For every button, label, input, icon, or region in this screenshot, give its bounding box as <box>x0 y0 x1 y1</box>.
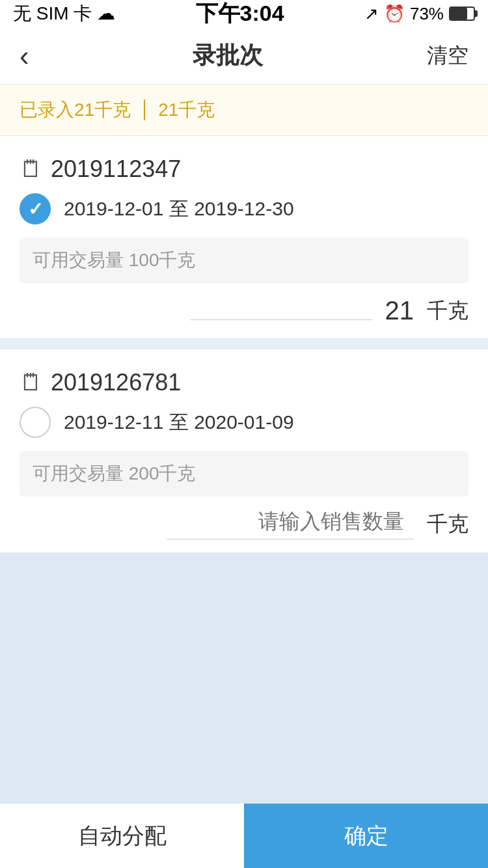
batch-row-2: 2019-12-11 至 2020-01-09 <box>20 407 468 438</box>
battery-label: 73% <box>410 4 444 24</box>
batch-qty-1: 可用交易量 100千克 <box>20 237 468 283</box>
info-banner: 已录入21千克 21千克 <box>0 85 488 136</box>
section-separator <box>0 339 488 349</box>
batch-header-1: 🗒 2019112347 <box>20 156 468 183</box>
qty-input-2[interactable] <box>167 509 414 539</box>
batch-item-2: 🗒 2019126781 2019-12-11 至 2020-01-09 可用交… <box>0 349 488 496</box>
batch-row-1: 2019-12-01 至 2019-12-30 <box>20 193 468 224</box>
amount-underline-1 <box>190 319 372 320</box>
back-button[interactable]: ‹ <box>20 42 29 70</box>
clear-button[interactable]: 清空 <box>427 42 468 70</box>
amount-value-1: 21 <box>385 296 414 325</box>
alarm-icon: ⏰ <box>384 4 405 24</box>
qty-unit-2: 千克 <box>427 510 468 539</box>
status-bar: 无 SIM 卡 ☁ 下午3:04 ↗ ⏰ 73% <box>0 0 488 27</box>
batch-doc-icon-1: 🗒 <box>20 156 43 183</box>
status-right: ↗ ⏰ 73% <box>364 4 475 24</box>
batch-id-1: 2019112347 <box>51 156 181 183</box>
batch-header-2: 🗒 2019126781 <box>20 369 468 396</box>
batch-radio-1[interactable] <box>20 193 51 224</box>
auto-distribute-button[interactable]: 自动分配 <box>0 804 244 868</box>
status-time: 下午3:04 <box>196 0 284 29</box>
batch-item-1: 🗒 2019112347 2019-12-01 至 2019-12-30 可用交… <box>0 136 488 283</box>
batch-radio-2[interactable] <box>20 407 51 438</box>
input-row-2: 千克 <box>0 496 488 552</box>
total-label: 21千克 <box>158 98 215 122</box>
batch-date-1: 2019-12-01 至 2019-12-30 <box>64 196 294 223</box>
amount-unit-1: 千克 <box>427 297 468 325</box>
battery-icon <box>449 7 475 21</box>
batch-qty-2: 可用交易量 200千克 <box>20 451 468 496</box>
confirm-button[interactable]: 确定 <box>244 804 488 868</box>
sim-label: 无 SIM 卡 ☁ <box>13 1 115 26</box>
batch-doc-icon-2: 🗒 <box>20 369 43 396</box>
batch-id-2: 2019126781 <box>51 369 181 396</box>
batch-date-2: 2019-12-11 至 2020-01-09 <box>64 409 294 436</box>
info-divider <box>144 100 145 120</box>
location-icon: ↗ <box>364 4 379 24</box>
status-left: 无 SIM 卡 ☁ <box>13 1 115 26</box>
nav-bar: ‹ 录批次 清空 <box>0 27 488 85</box>
bottom-bar: 自动分配 确定 <box>0 803 488 868</box>
recorded-label: 已录入21千克 <box>20 98 131 122</box>
amount-row-1: 21 千克 <box>0 283 488 339</box>
page-title: 录批次 <box>193 40 263 72</box>
